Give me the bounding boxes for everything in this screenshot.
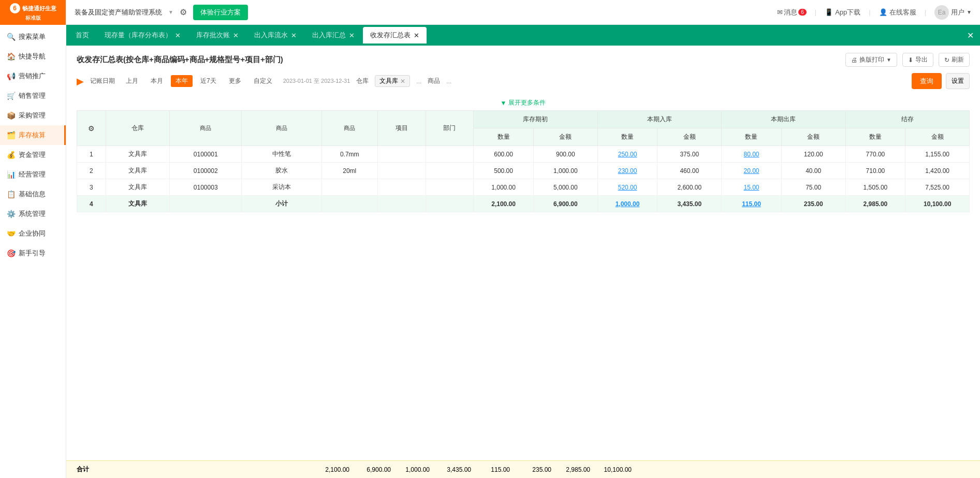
sidebar-item-search[interactable]: 🔍 搜索菜单 [0,27,66,47]
data-table: ⚙ 仓库 商品 商品 商品 项目 部门 库存期初 本期入库 本期出库 结存 [77,110,970,212]
system-dropdown[interactable]: ▼ [168,9,173,15]
row-out-qty[interactable]: 115.00 [722,196,782,212]
th-in-amt: 金额 [657,128,722,146]
logo-icon: 6 [10,3,20,13]
row-in-qty-link[interactable]: 520.00 [618,184,637,191]
operation-icon: 📊 [6,170,16,179]
row-start-amt: 6,900.00 [534,196,598,212]
date-btn-custom[interactable]: 自定义 [249,75,277,87]
th-end-qty: 数量 [845,128,905,146]
row-end-qty: 2,985.00 [845,196,905,212]
row-end-amt: 1,155.00 [905,146,970,163]
date-btn-this-month[interactable]: 本月 [146,75,168,87]
row-out-qty[interactable]: 20.00 [722,163,782,179]
row-in-qty[interactable]: 250.00 [597,146,657,163]
sidebar-item-enterprise[interactable]: 🤝 企业协同 [0,224,66,243]
row-in-qty[interactable]: 1,000.00 [597,196,657,212]
message-icon: ✉ [777,8,783,16]
row-dept [426,163,474,179]
user-menu[interactable]: Ea 用户 ▼ [934,5,972,20]
th-spec: 商品 [321,111,377,146]
marketing-icon: 📢 [6,71,16,81]
row-code [170,196,242,212]
row-in-qty-link[interactable]: 250.00 [618,151,637,158]
tab-close-inventory-dist[interactable]: ✕ [175,32,181,39]
online-service-btn[interactable]: 👤 在线客服 [879,8,916,17]
row-project [377,163,426,179]
topbar: 装备及固定资产辅助管理系统 ▼ ⚙ 体验行业方案 ✉ 消息 6 | 📱 App下… [66,0,980,25]
sidebar-item-system[interactable]: ⚙️ 系统管理 [0,204,66,224]
tab-receive-send-summary[interactable]: 收发存汇总表 ✕ [363,27,427,44]
tab-home[interactable]: 首页 [68,27,96,44]
tab-batch-account[interactable]: 库存批次账 ✕ [189,27,246,44]
sidebar-item-basic-info[interactable]: 📋 基础信息 [0,184,66,204]
message-btn[interactable]: ✉ 消息 6 [777,8,807,17]
sidebar-item-inventory[interactable]: 🗂️ 库存核算 [0,125,66,145]
th-warehouse: 仓库 [106,111,170,146]
row-out-qty-link[interactable]: 15.00 [743,184,759,191]
date-btn-more[interactable]: 更多 [224,75,246,87]
sidebar-item-marketing[interactable]: 📢 营销推广 [0,66,66,86]
row-spec: 20ml [321,163,377,179]
warehouse-more-btn[interactable]: ... [416,78,421,85]
tab-inventory-dist[interactable]: 现存量（库存分布表） ✕ [97,27,188,44]
close-all-tabs-btn[interactable]: ✕ [963,31,978,40]
row-out-qty[interactable]: 80.00 [722,146,782,163]
settings-icon[interactable]: ⚙ [180,7,187,17]
sidebar-item-operation[interactable]: 📊 经营管理 [0,165,66,184]
row-in-qty-link[interactable]: 230.00 [618,167,637,175]
date-range-display: 2023-01-01 至 2023-12-31 [283,77,350,85]
row-out-qty[interactable]: 15.00 [722,179,782,196]
tab-close-receive-send-summary[interactable]: ✕ [414,32,419,39]
goods-more-btn[interactable]: ... [446,78,451,85]
tab-in-out-flow[interactable]: 出入库流水 ✕ [247,27,304,44]
trial-btn[interactable]: 体验行业方案 [193,5,248,20]
filter-settings-btn[interactable]: 设置 [946,73,970,89]
sidebar-item-guide[interactable]: 🎯 新手引导 [0,243,66,263]
footer-end-qty: 2,985.00 [555,466,594,473]
sidebar-item-label: 新手引导 [19,249,46,258]
expand-conditions-btn[interactable]: ▼ 展开更多条件 [66,95,980,110]
column-settings-icon[interactable]: ⚙ [88,124,95,133]
footer-start-amt: 6,900.00 [354,466,395,473]
sidebar-item-sales[interactable]: 🛒 销售管理 [0,86,66,106]
refresh-btn[interactable]: ↻ 刷新 [939,53,970,67]
sales-icon: 🛒 [6,91,16,100]
warehouse-tag-close[interactable]: ✕ [400,78,405,85]
th-out-amt: 金额 [781,128,845,146]
row-out-qty-link[interactable]: 20.00 [743,167,759,175]
date-btn-last-month[interactable]: 上月 [121,75,143,87]
download-icon: 📱 [825,8,833,16]
row-in-qty[interactable]: 230.00 [597,163,657,179]
sidebar-item-purchase[interactable]: 📦 采购管理 [0,106,66,125]
tab-close-in-out-summary[interactable]: ✕ [349,32,355,39]
enterprise-icon: 🤝 [6,229,16,238]
row-start-amt: 900.00 [534,146,598,163]
print-btn[interactable]: 🖨 换版打印 ▼ [845,53,897,67]
sidebar-item-label: 资金管理 [19,150,46,160]
row-warehouse: 文具库 [106,146,170,163]
tab-in-out-summary[interactable]: 出入库汇总 ✕ [305,27,362,44]
date-btn-7days[interactable]: 近7天 [196,75,221,87]
sidebar-item-finance[interactable]: 💰 资金管理 [0,145,66,165]
row-end-amt: 10,100.00 [905,196,970,212]
row-dept [426,179,474,196]
row-in-qty[interactable]: 520.00 [597,179,657,196]
row-in-qty-link[interactable]: 1,000.00 [616,200,640,208]
sidebar-logo: 6 畅捷通好生意 标准版 [0,0,66,25]
tab-close-in-out-flow[interactable]: ✕ [291,32,297,39]
basic-info-icon: 📋 [6,190,16,199]
row-out-qty-link[interactable]: 115.00 [742,200,761,208]
app-download-btn[interactable]: 📱 App下载 [825,8,860,17]
row-out-qty-link[interactable]: 80.00 [743,151,759,158]
footer-label: 合计 [77,465,315,474]
sidebar-item-quick-nav[interactable]: 🏠 快捷导航 [0,47,66,66]
date-btn-this-year[interactable]: 本年 [171,75,193,87]
date-options: 上月 本月 本年 近7天 更多 自定义 [121,75,277,87]
filter-toggle-btn[interactable]: ▶ [77,76,84,87]
footer-in-qty: 1,000.00 [395,466,434,473]
export-btn[interactable]: ⬇ 导出 [902,53,933,67]
tab-close-batch-account[interactable]: ✕ [233,32,239,39]
query-btn[interactable]: 查询 [912,73,942,89]
guide-icon: 🎯 [6,249,16,258]
